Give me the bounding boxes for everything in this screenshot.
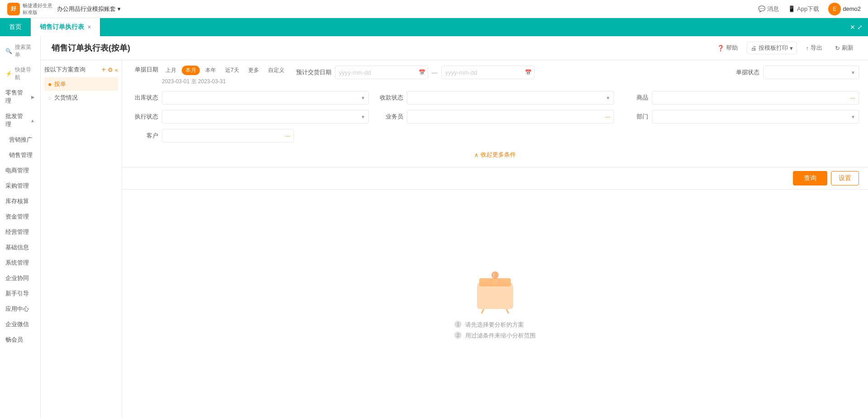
filter-row-2: 出库状态 ▼ 收款状态 [131,91,859,104]
empty-state: ! 1 请先选择要分析的方案 2 用过滤条件来缩小 [122,190,868,418]
print-icon: 🖨 [751,45,757,52]
filter-dept-group: 部门 ▼ [621,110,859,124]
date-tab-last-month[interactable]: 上月 [162,66,180,75]
tab-close-icon[interactable]: × [88,24,91,30]
salesman-more-icon[interactable]: ··· [605,113,610,120]
sidebar-item-basic[interactable]: 基础信息 [0,240,40,255]
filter-content-row: 按以下方案查询 + ⚙ « ● 按单 ○ 欠货情况 [41,60,868,418]
window-close-icon[interactable]: ✕ [850,24,855,31]
scheme-item-按单[interactable]: ● 按单 [44,77,118,91]
goods-more-icon[interactable]: ··· [850,94,855,101]
calendar-end-icon[interactable]: 📅 [525,69,532,76]
add-scheme-button[interactable]: + [101,66,105,74]
filter-exec-status-group: 执行状态 ▼ [131,110,369,124]
content-area: 销售订单执行表(按单) ❓ 帮助 🖨 按模板打印 ▾ ↑ 导出 ↻ 刷新 [41,36,868,418]
sidebar-item-purchase[interactable]: 采购管理 [0,178,40,194]
sidebar-item-wechat[interactable]: 企业微信 [0,317,40,332]
out-status-wrapper: ▼ [162,91,369,104]
filter-row-4: 客户 ··· [131,129,859,142]
expected-date-start: 📅 [335,66,428,79]
right-content: 单据日期 上月 本月 本年 近7天 更多 自定义 [122,60,868,418]
app-download-button[interactable]: 📱 App下载 [788,5,819,13]
sidebar-item-system[interactable]: 系统管理 [0,255,40,271]
exec-status-select[interactable] [162,110,369,124]
sidebar-item-finance[interactable]: 资金管理 [0,209,40,224]
empty-hint-line1: 1 请先选择要分析的方案 [454,321,536,329]
sidebar-item-inventory[interactable]: 库存核算 [0,194,40,209]
sidebar-item-vip[interactable]: 畅会员 [0,332,40,347]
message-button[interactable]: 💬 消息 [758,5,779,13]
calendar-start-icon[interactable]: 📅 [419,69,425,76]
date-tab-7days[interactable]: 近7天 [222,66,243,75]
action-row: 查询 设置 [122,167,868,190]
date-dash: — [432,69,438,76]
salesman-input[interactable] [407,110,614,124]
sidebar-item-newbie[interactable]: 新手引导 [0,286,40,301]
date-tabs: 上月 本月 本年 近7天 更多 自定义 [162,66,288,75]
window-expand-icon[interactable]: ⤢ [857,24,863,31]
app-icon: 📱 [788,5,795,12]
settings-scheme-button[interactable]: ⚙ [108,66,113,73]
export-button[interactable]: ↑ 导出 [802,42,826,54]
filter-row-1: 单据日期 上月 本月 本年 近7天 更多 自定义 [131,66,859,86]
export-icon: ↑ [806,45,809,52]
expected-date-start-input[interactable] [335,66,428,79]
dept-wrapper: ▼ [652,110,859,124]
collapse-panel-button[interactable]: « [115,66,118,73]
collapse-button[interactable]: ∧ 收起更多条件 [472,148,519,162]
print-dropdown-icon: ▾ [790,45,793,52]
date-tab-more[interactable]: 更多 [245,66,263,75]
sidebar-search[interactable]: 🔍 搜索菜单 [0,40,40,62]
sidebar-item-appstore[interactable]: 应用中心 [0,301,40,317]
exec-status-wrapper: ▼ [162,110,369,124]
topbar-right: 💬 消息 📱 App下载 E demo2 [758,3,861,15]
quick-nav-icon: ⚡ [5,71,12,77]
avatar: E [828,3,841,15]
filter-goods-group: 商品 ··· [621,91,859,104]
sidebar-item-wholesale[interactable]: 批发管理 ▲ [0,109,40,132]
search-icon: 🔍 [5,48,12,54]
recv-status-wrapper: ▼ [407,91,614,104]
tab-home[interactable]: 首页 [0,18,31,36]
left-panel-header: 按以下方案查询 + ⚙ « [44,64,118,77]
date-tab-this-year[interactable]: 本年 [202,66,220,75]
sidebar-quick-nav[interactable]: ⚡ 快捷导航 [0,62,40,85]
sidebar-item-sales[interactable]: 销售管理 [0,147,40,163]
salesman-wrapper: ··· [407,110,614,124]
set-button[interactable]: 设置 [831,171,859,185]
sidebar-item-ecommerce[interactable]: 电商管理 [0,163,40,178]
sidebar-item-operation[interactable]: 经营管理 [0,224,40,240]
customer-more-icon[interactable]: ··· [285,132,290,139]
help-button[interactable]: ❓ 帮助 [713,42,741,54]
left-panel: 按以下方案查询 + ⚙ « ● 按单 ○ 欠货情况 [41,60,122,418]
order-status-select[interactable] [763,66,859,79]
query-button[interactable]: 查询 [793,171,827,185]
dept-select[interactable] [652,110,859,124]
sidebar-item-marketing[interactable]: 营销推广 [0,132,40,147]
tab-sales-order[interactable]: 销售订单执行表 × [31,18,100,36]
collapse-row: ∧ 收起更多条件 [131,148,859,162]
date-tab-this-month[interactable]: 本月 [182,66,200,75]
refresh-button[interactable]: ↻ 刷新 [831,42,857,54]
customer-input[interactable] [162,129,294,142]
expected-date-end-input[interactable] [441,66,534,79]
sidebar-item-enterprise[interactable]: 企业协同 [0,271,40,286]
scheme-item-欠货情况[interactable]: ○ 欠货情况 [44,91,118,104]
user-profile[interactable]: E demo2 [828,3,861,15]
goods-input[interactable] [652,91,859,104]
empty-box-svg: ! [468,268,522,314]
page-title: 销售订单执行表(按单) [52,43,130,53]
logo-icon: 好 [7,3,20,15]
print-button[interactable]: 🖨 按模板打印 ▾ [747,42,797,54]
page-actions: ❓ 帮助 🖨 按模板打印 ▾ ↑ 导出 ↻ 刷新 [713,42,858,54]
sidebar-item-retail[interactable]: 零售管理 ▶ [0,85,40,109]
date-tab-custom[interactable]: 自定义 [264,66,288,75]
main-layout: 🔍 搜索菜单 ⚡ 快捷导航 零售管理 ▶ 批发管理 ▲ 营销推广 销售管理 电商… [0,36,868,418]
empty-hint: 1 请先选择要分析的方案 2 用过滤条件来缩小分析范围 [454,321,536,340]
empty-hint-line2: 2 用过滤条件来缩小分析范围 [454,332,536,340]
filter-salesman-group: 业务员 ··· [376,110,614,124]
logo-area: 好 畅捷通好生意 标准版 [7,2,52,15]
topbar-dropdown-icon[interactable]: ▾ [118,5,121,12]
out-status-select[interactable] [162,91,369,104]
recv-status-select[interactable] [407,91,614,104]
